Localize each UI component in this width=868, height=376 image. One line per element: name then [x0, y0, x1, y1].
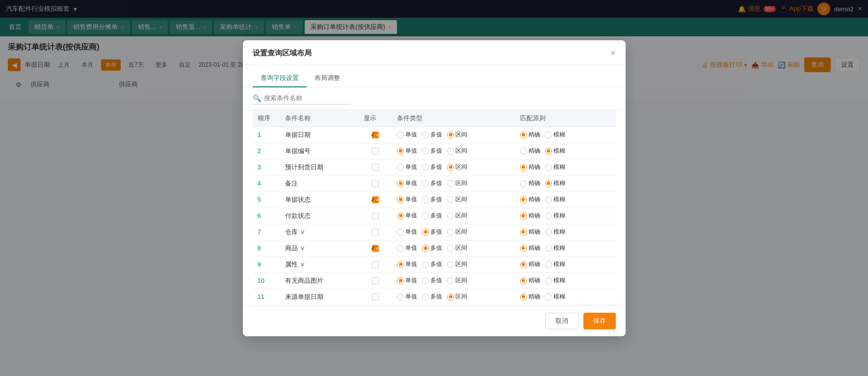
search-icon: 🔍 — [253, 94, 261, 100]
dialog-close-btn[interactable]: × — [610, 48, 616, 58]
tab-query-fields[interactable]: 查询字段设置 — [253, 70, 307, 87]
search-box: 🔍 — [253, 92, 351, 100]
dialog-header: 设置查询区域布局 × — [243, 40, 626, 65]
dialog-search-area: 🔍 — [243, 87, 626, 100]
modal-overlay: 设置查询区域布局 × 查询字段设置 布局调整 🔍 顺序 — [0, 0, 868, 99]
dialog-tabs: 查询字段设置 布局调整 — [243, 65, 626, 87]
search-input[interactable] — [264, 94, 342, 99]
tab-layout-adjust[interactable]: 布局调整 — [307, 70, 348, 87]
dialog-title: 设置查询区域布局 — [253, 49, 312, 58]
settings-dialog: 设置查询区域布局 × 查询字段设置 布局调整 🔍 顺序 — [243, 40, 626, 100]
